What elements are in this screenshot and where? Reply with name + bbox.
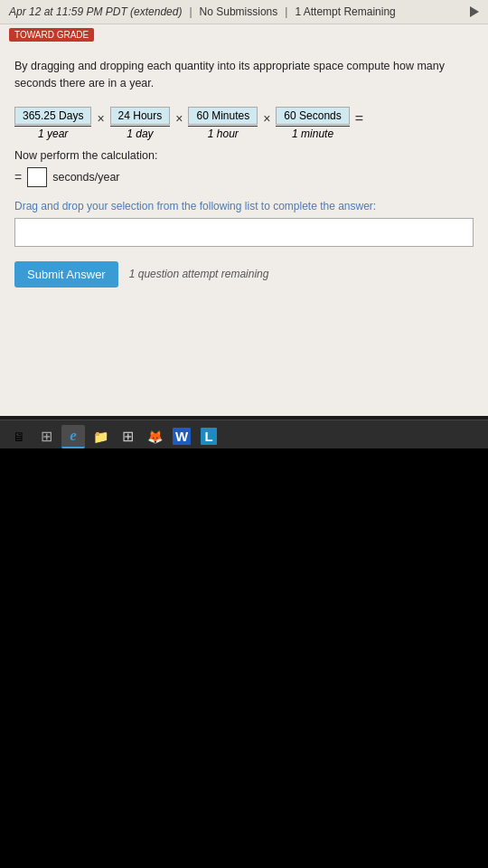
folder-icon[interactable] bbox=[89, 425, 112, 448]
equals-sm: = bbox=[14, 170, 22, 184]
calculation-row: = seconds/year bbox=[14, 167, 474, 187]
blue-l-icon[interactable] bbox=[197, 425, 221, 448]
fraction-3-denominator: 1 hour bbox=[208, 127, 239, 140]
fraction-4[interactable]: 60 Seconds 1 minute bbox=[276, 107, 349, 140]
fraction-1-numerator[interactable]: 365.25 Days bbox=[14, 107, 91, 125]
firefox-icon[interactable] bbox=[143, 425, 166, 448]
now-perform-label: Now perform the calculation: bbox=[14, 149, 474, 162]
drop-zone[interactable] bbox=[14, 218, 474, 247]
play-icon[interactable] bbox=[470, 6, 479, 17]
fraction-equation: 365.25 Days 1 year × 24 Hours 1 day × 60… bbox=[14, 107, 474, 140]
content-area: By dragging and dropping each quantity i… bbox=[0, 45, 488, 416]
separator-2: | bbox=[285, 5, 287, 18]
submit-row: Submit Answer 1 question attempt remaini… bbox=[14, 261, 474, 288]
ie-icon[interactable] bbox=[61, 425, 85, 448]
drag-drop-label: Drag and drop your selection from the fo… bbox=[14, 200, 474, 212]
attempt-remaining-label: 1 question attempt remaining bbox=[129, 268, 269, 280]
fraction-2-denominator: 1 day bbox=[127, 127, 153, 140]
fraction-1[interactable]: 365.25 Days 1 year bbox=[14, 107, 91, 140]
equals-sign: = bbox=[355, 110, 363, 136]
multiply-sign-1: × bbox=[97, 111, 104, 135]
question-text: By dragging and dropping each quantity i… bbox=[14, 58, 474, 92]
attempts-remaining: 1 Attempt Remaining bbox=[295, 5, 395, 18]
taskbar bbox=[0, 420, 488, 452]
fraction-2[interactable]: 24 Hours 1 day bbox=[110, 107, 171, 140]
word-icon[interactable] bbox=[170, 425, 193, 448]
fraction-4-line bbox=[276, 126, 349, 127]
fraction-3-numerator[interactable]: 60 Minutes bbox=[188, 107, 258, 125]
toward-grade-button[interactable]: TOWARD GRADE bbox=[9, 28, 94, 42]
window-icon[interactable] bbox=[34, 425, 58, 448]
submissions-status: No Submissions bbox=[200, 5, 278, 18]
browser-area: Apr 12 at 11:59 PM PDT (extended) | No S… bbox=[0, 0, 488, 416]
top-bar: Apr 12 at 11:59 PM PDT (extended) | No S… bbox=[0, 0, 488, 24]
fraction-1-line bbox=[14, 126, 91, 127]
grid-icon[interactable] bbox=[116, 425, 139, 448]
fraction-4-denominator: 1 minute bbox=[292, 127, 333, 140]
submit-answer-button[interactable]: Submit Answer bbox=[14, 261, 118, 288]
answer-input-box[interactable] bbox=[27, 167, 47, 187]
fraction-3-line bbox=[188, 126, 258, 127]
fraction-2-line bbox=[110, 126, 171, 127]
fraction-1-denominator: 1 year bbox=[38, 127, 68, 140]
fraction-3[interactable]: 60 Minutes 1 hour bbox=[188, 107, 258, 140]
due-date: Apr 12 at 11:59 PM PDT (extended) bbox=[9, 5, 182, 18]
multiply-sign-2: × bbox=[175, 111, 183, 135]
multiply-sign-3: × bbox=[263, 111, 270, 135]
black-background bbox=[0, 448, 488, 868]
separator-1: | bbox=[189, 5, 192, 18]
monitor-icon[interactable] bbox=[7, 425, 31, 448]
unit-label: seconds/year bbox=[52, 171, 119, 184]
fraction-4-numerator[interactable]: 60 Seconds bbox=[276, 107, 349, 125]
fraction-2-numerator[interactable]: 24 Hours bbox=[110, 107, 171, 125]
